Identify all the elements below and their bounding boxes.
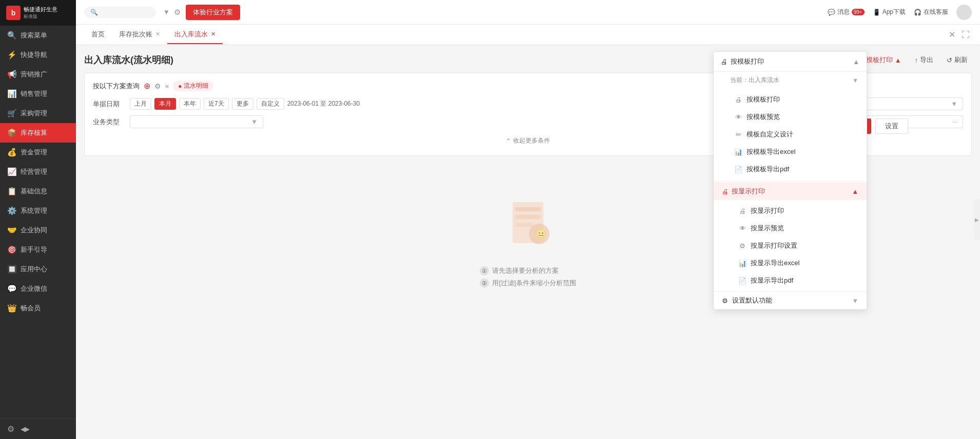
app-download-label: App下载 <box>883 8 906 16</box>
filter-gear-button[interactable]: ⚙ <box>154 82 161 90</box>
app-download-item[interactable]: 📱 App下载 <box>873 8 906 16</box>
date-last-month-btn[interactable]: 上月 <box>130 98 151 110</box>
sidebar-item-sales[interactable]: 📊 销售管理 <box>0 84 76 104</box>
date-this-year-btn[interactable]: 本年 <box>179 98 201 110</box>
date-7days-btn[interactable]: 近7天 <box>204 98 229 110</box>
sidebar-item-operation[interactable]: 📈 经营管理 <box>0 162 76 182</box>
date-this-month-btn[interactable]: 本月 <box>154 98 176 110</box>
tab-batch-account-close[interactable]: ✕ <box>155 31 160 37</box>
chevron-down-icon: ▼ <box>951 100 957 108</box>
template-export-pdf-item[interactable]: 📄 按模板导出pdf <box>714 161 867 178</box>
filter-tag-dot: ● <box>178 83 182 90</box>
sidebar-item-finance[interactable]: 💰 资金管理 <box>0 143 76 162</box>
date-custom-btn[interactable]: 自定义 <box>257 98 284 110</box>
sidebar-item-beginner[interactable]: 🎯 新手引导 <box>0 240 76 260</box>
tabs-bar: 首页 库存批次账 ✕ 出入库流水 ✕ ✕ ⛶ <box>76 25 980 45</box>
message-badge: 99+ <box>852 9 865 15</box>
close-all-tabs-button[interactable]: ✕ <box>947 28 957 42</box>
display-pdf-icon: 📄 <box>738 277 747 285</box>
weibo-icon: 💬 <box>7 284 16 293</box>
app-name: 畅捷通好生意 <box>24 6 57 13</box>
sidebar-item-label: 搜索菜单 <box>21 31 47 40</box>
template-print-label: 按模板打印 <box>747 95 780 104</box>
sidebar-item-label: 畅会员 <box>21 304 41 313</box>
tab-flow-close[interactable]: ✕ <box>211 31 215 37</box>
sidebar-settings-icon[interactable]: ⚙ <box>7 424 14 434</box>
display-section-label: 按显示打印 <box>732 187 765 196</box>
template-preview-label: 按模板预览 <box>747 112 780 122</box>
tab-flow[interactable]: 出入库流水 ✕ <box>167 26 223 44</box>
sidebar-item-search[interactable]: 🔍 搜索菜单 <box>0 26 76 45</box>
system-icon: ⚙️ <box>7 206 16 215</box>
sidebar-item-inventory[interactable]: 📦 库存核算 <box>0 123 76 143</box>
headphone-icon: 🎧 <box>914 9 922 16</box>
sidebar-item-basic-info[interactable]: 📋 基础信息 <box>0 182 76 201</box>
display-print-label: 按显示打印 <box>751 206 784 215</box>
step-1-number: ① <box>480 266 489 275</box>
sidebar-item-app-center[interactable]: 🔲 应用中心 <box>0 260 76 279</box>
vip-icon: 👑 <box>7 304 16 313</box>
step-1-text: 请先选择要分析的方案 <box>492 266 559 275</box>
chevron-down-icon[interactable]: ▼ <box>852 77 858 84</box>
svg-rect-1 <box>515 207 541 211</box>
message-badge-item[interactable]: 💬 消息 99+ <box>828 8 865 16</box>
basic-info-icon: 📋 <box>7 187 16 196</box>
page-title: 出入库流水(流水明细) <box>84 54 173 66</box>
chevron-down-footer-icon: ▼ <box>852 297 858 305</box>
template-export-excel-item[interactable]: 📊 按模板导出excel <box>714 143 867 161</box>
display-export-pdf-item[interactable]: 📄 按显示导出pdf <box>714 272 867 289</box>
template-export-excel-label: 按模板导出excel <box>747 147 795 156</box>
sidebar-bottom: ⚙ ◀▶ <box>0 418 76 439</box>
template-export-pdf-label: 按模板导出pdf <box>747 165 789 174</box>
template-preview-item[interactable]: 👁 按模板预览 <box>714 108 867 126</box>
sidebar-item-vip[interactable]: 👑 畅会员 <box>0 298 76 318</box>
sidebar-item-weibo[interactable]: 💬 企业微信 <box>0 279 76 298</box>
set-default-function-item[interactable]: ⚙ 设置默认功能 ▼ <box>714 291 867 309</box>
preview-icon-sm: 👁 <box>734 113 742 121</box>
filter-add-button[interactable]: ⊕ <box>144 81 150 91</box>
export-button[interactable]: ↑ 导出 <box>911 53 938 67</box>
dropdown-collapse-icon[interactable]: ▲ <box>853 58 859 66</box>
filter-collapse-left[interactable]: « <box>165 82 169 90</box>
tab-batch-account[interactable]: 库存批次账 ✕ <box>112 26 167 44</box>
display-collapse-icon[interactable]: ▲ <box>852 188 858 195</box>
print-header-icon: 🖨 <box>721 58 728 66</box>
display-section-header[interactable]: 🖨 按显示打印 ▲ <box>714 183 867 200</box>
sidebar-item-purchase[interactable]: 🛒 采购管理 <box>0 104 76 123</box>
display-section-icon: 🖨 <box>722 188 729 195</box>
industry-solution-button[interactable]: 体验行业方案 <box>186 5 240 20</box>
chevron-down-icon[interactable]: ▼ <box>163 8 170 16</box>
marketing-icon: 📢 <box>7 70 16 79</box>
template-customize-item[interactable]: ✏ 模板自定义设计 <box>714 126 867 143</box>
inventory-icon: 📦 <box>7 128 16 137</box>
maximize-icon[interactable]: ⛶ <box>959 28 972 42</box>
sidebar-item-marketing[interactable]: 📢 营销推广 <box>0 65 76 84</box>
sidebar-item-label: 营销推广 <box>21 70 47 79</box>
settings-gear-icon[interactable]: ⚙ <box>174 8 181 17</box>
filter-business-type-select[interactable]: ▼ <box>130 115 263 128</box>
sidebar-item-quick-nav[interactable]: ⚡ 快捷导航 <box>0 45 76 65</box>
display-export-excel-item[interactable]: 📊 按显示导出excel <box>714 254 867 272</box>
topbar: 🔍 ▼ ⚙ 体验行业方案 💬 消息 99+ 📱 App下载 🎧 在线客服 <box>76 0 980 25</box>
online-service-item[interactable]: 🎧 在线客服 <box>914 8 948 16</box>
date-more-btn[interactable]: 更多 <box>232 98 253 110</box>
topbar-search-box[interactable]: 🔍 <box>84 7 156 18</box>
chevron-up-icon: ▲ <box>895 56 901 64</box>
user-avatar[interactable] <box>956 5 972 20</box>
right-edge-bar[interactable]: ▶ <box>974 199 980 240</box>
display-print-item[interactable]: 🖨 按显示打印 <box>714 202 867 220</box>
operation-icon: 📈 <box>7 167 16 176</box>
gear-default-icon: ⚙ <box>722 297 728 305</box>
display-preview-item[interactable]: 👁 按显示预览 <box>714 220 867 237</box>
sidebar-item-cooperation[interactable]: 🤝 企业协同 <box>0 221 76 240</box>
svg-text:😐: 😐 <box>535 228 547 240</box>
online-service-label: 在线客服 <box>924 8 948 16</box>
tab-home[interactable]: 首页 <box>84 26 112 44</box>
template-print-item[interactable]: 🖨 按模板打印 <box>714 91 867 108</box>
topbar-right: 💬 消息 99+ 📱 App下载 🎧 在线客服 <box>828 5 972 20</box>
sidebar-collapse-icon[interactable]: ◀▶ <box>21 425 29 433</box>
display-print-settings-item[interactable]: ⚙ 按显示打印设置 <box>714 237 867 254</box>
sidebar-item-system[interactable]: ⚙️ 系统管理 <box>0 201 76 221</box>
refresh-button[interactable]: ↺ 刷新 <box>943 53 972 67</box>
set-button[interactable]: 设置 <box>875 118 908 134</box>
